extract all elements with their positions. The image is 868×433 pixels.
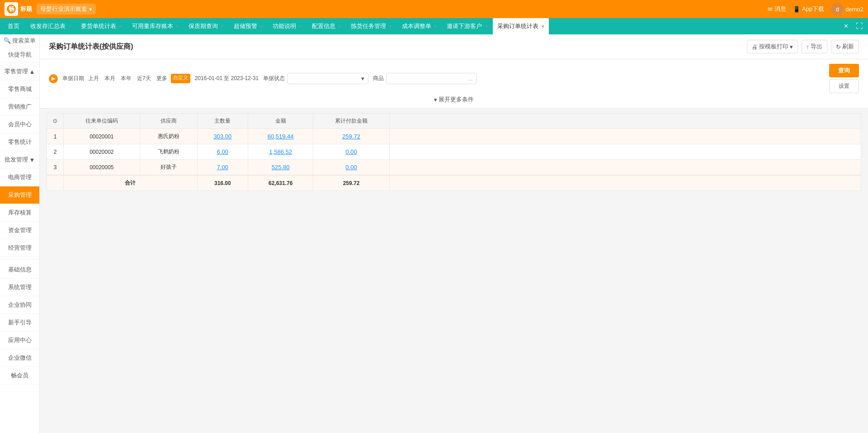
filter-toggle-btn[interactable]: ▶: [49, 74, 58, 83]
footer-extra: [389, 175, 861, 191]
quantity-link[interactable]: 6.00: [217, 148, 228, 155]
page-title-row: 采购订单统计表(按供应商) 🖨 按模板打印 ▾ ↑ 导出 ↻ 刷新: [49, 40, 859, 53]
sidebar: 🔍 搜索菜单 快捷导航 零售管理 ▲ 零售商城 营销推广 会员中心 零售统计 批…: [0, 34, 40, 433]
template-print-btn[interactable]: 🖨 按模板打印 ▾: [747, 40, 798, 53]
close-icon[interactable]: ×: [176, 24, 179, 29]
status-select[interactable]: ▾: [287, 73, 368, 84]
col-paid-header: 累计付款金额: [313, 114, 390, 129]
last-month-btn[interactable]: 上月: [86, 74, 101, 83]
sidebar-item-marketing[interactable]: 营销推广: [0, 98, 39, 116]
tab-available-stock[interactable]: 可用量库存账本 ×: [127, 18, 183, 34]
quick-nav-btn[interactable]: 快捷导航: [0, 47, 39, 63]
sidebar-item-app-center[interactable]: 应用中心: [0, 332, 39, 349]
sidebar-item-ecommerce[interactable]: 电商管理: [0, 169, 39, 186]
messages-btn[interactable]: ✉ 消息: [768, 5, 786, 13]
tab-config-info[interactable]: 配置信息 ×: [307, 18, 345, 34]
row-amount: 525.80: [248, 160, 313, 176]
row-supplier: 惠氏奶粉: [140, 129, 197, 144]
table-footer: 合计 316.00 62,631.76 259.72: [47, 175, 861, 191]
filter-expand-row: ▾ 展开更多条件: [49, 93, 859, 104]
col-code-header: 往来单位编码: [64, 114, 140, 129]
paid-link[interactable]: 0.00: [345, 148, 357, 155]
header-actions: 🖨 按模板打印 ▾ ↑ 导出 ↻ 刷新: [747, 40, 859, 53]
refresh-btn[interactable]: ↻ 刷新: [831, 40, 859, 53]
workspace-selector[interactable]: 母婴行业演示账套 ▾: [37, 4, 96, 14]
last-7-days-btn[interactable]: 近7天: [135, 74, 153, 83]
export-btn[interactable]: ↑ 导出: [802, 40, 828, 53]
close-icon[interactable]: ×: [68, 24, 71, 29]
close-icon[interactable]: ×: [221, 24, 223, 29]
chevron-down-icon: ▲: [29, 68, 35, 75]
tab-receive-summary[interactable]: 收发存汇总表 ×: [26, 18, 75, 34]
sidebar-item-enterprise-wechat[interactable]: 企业微信: [0, 349, 39, 367]
tab-cost-adjust[interactable]: 成本调整单 ×: [397, 18, 441, 34]
tab-expiry-query[interactable]: 保质期查询 ×: [184, 18, 228, 34]
tab-goods-summary[interactable]: 要货单统计表 ×: [76, 18, 126, 34]
row-supplier: 飞鹤奶粉: [140, 144, 197, 160]
tab-invite-downstream[interactable]: 邀请下游客户 ×: [442, 18, 492, 34]
sidebar-item-label: 基础信息: [8, 266, 32, 274]
amount-link[interactable]: 525.80: [272, 164, 290, 171]
paid-link[interactable]: 259.72: [342, 133, 360, 140]
close-icon[interactable]: ×: [541, 24, 544, 29]
sidebar-item-enterprise[interactable]: 企业协同: [0, 296, 39, 314]
close-icon[interactable]: ×: [299, 24, 302, 29]
custom-date-tag[interactable]: 自定义: [171, 74, 190, 83]
tab-label: 保质期查询: [189, 22, 218, 30]
filter-settings-btn[interactable]: 设置: [829, 79, 859, 93]
sidebar-item-purchase[interactable]: 采购管理: [0, 186, 39, 204]
sidebar-item-retail[interactable]: 零售管理 ▲: [0, 63, 39, 81]
expand-more-btn[interactable]: ▾ 展开更多条件: [434, 95, 474, 104]
sidebar-item-operations[interactable]: 经营管理: [0, 239, 39, 257]
maximize-btn[interactable]: ⛶: [853, 22, 866, 31]
logo-icon: 畅: [5, 2, 18, 16]
tab-pick-task[interactable]: 拣货任务管理 ×: [346, 18, 396, 34]
close-icon[interactable]: ×: [389, 24, 392, 29]
sidebar-item-vip[interactable]: 畅会员: [0, 367, 39, 385]
tab-purchase-summary[interactable]: 采购订单统计表 ×: [493, 18, 548, 34]
date-range-value: 2016-01-01 至 2023-12-31: [195, 75, 259, 82]
amount-link[interactable]: 60,519.44: [268, 133, 294, 140]
sidebar-item-label: 批发管理: [5, 156, 28, 164]
avatar: d: [831, 3, 844, 15]
sidebar-item-label: 库存核算: [8, 209, 32, 217]
tab-function-desc[interactable]: 功能说明 ×: [268, 18, 306, 34]
quantity-link[interactable]: 7.00: [217, 164, 228, 171]
close-icon[interactable]: ×: [434, 24, 437, 29]
user-profile-btn[interactable]: d demo2: [831, 3, 863, 15]
paid-link[interactable]: 0.00: [345, 164, 357, 171]
close-icon[interactable]: ×: [485, 24, 487, 29]
close-all-tabs-btn[interactable]: ×: [841, 22, 851, 31]
sidebar-item-wholesale[interactable]: 批发管理 ▼: [0, 151, 39, 169]
main-layout: 🔍 搜索菜单 快捷导航 零售管理 ▲ 零售商城 营销推广 会员中心 零售统计 批…: [0, 34, 868, 433]
search-menu-label: 搜索菜单: [12, 37, 36, 44]
this-year-btn[interactable]: 本年: [119, 74, 133, 83]
sidebar-item-new-guide[interactable]: 新手引导: [0, 314, 39, 332]
query-btn[interactable]: 查询: [829, 64, 859, 77]
sidebar-item-retail-shop[interactable]: 零售商城: [0, 81, 39, 98]
row-paid: 0.00: [313, 160, 390, 176]
sidebar-item-label: 资金管理: [8, 226, 32, 234]
tab-home[interactable]: 首页: [2, 18, 25, 34]
column-settings-icon[interactable]: ⚙: [52, 118, 58, 124]
close-icon[interactable]: ×: [119, 24, 122, 29]
goods-input[interactable]: ...: [386, 73, 476, 84]
sidebar-item-inventory[interactable]: 库存核算: [0, 204, 39, 222]
this-month-btn[interactable]: 本月: [103, 74, 117, 83]
row-index: 1: [47, 129, 64, 144]
close-icon[interactable]: ×: [260, 24, 263, 29]
sidebar-item-retail-stats[interactable]: 零售统计: [0, 133, 39, 151]
sidebar-item-member[interactable]: 会员中心: [0, 116, 39, 133]
more-dates-btn[interactable]: 更多: [155, 74, 169, 83]
quantity-link[interactable]: 303.00: [213, 133, 231, 140]
table-header: ⚙ 往来单位编码 供应商 主数量 金额 累计付款金额: [47, 114, 861, 129]
search-menu-btn[interactable]: 🔍 搜索菜单: [0, 34, 39, 47]
sidebar-item-system[interactable]: 系统管理: [0, 279, 39, 296]
app-download-btn[interactable]: 📱 App下载: [793, 5, 824, 13]
amount-link[interactable]: 1,586.52: [269, 148, 292, 155]
sidebar-item-basic-info[interactable]: 基础信息: [0, 261, 39, 279]
close-icon[interactable]: ×: [338, 24, 341, 29]
tab-label: 邀请下游客户: [447, 22, 482, 30]
tab-overstock[interactable]: 超储预警 ×: [229, 18, 267, 34]
sidebar-item-finance[interactable]: 资金管理: [0, 222, 39, 239]
